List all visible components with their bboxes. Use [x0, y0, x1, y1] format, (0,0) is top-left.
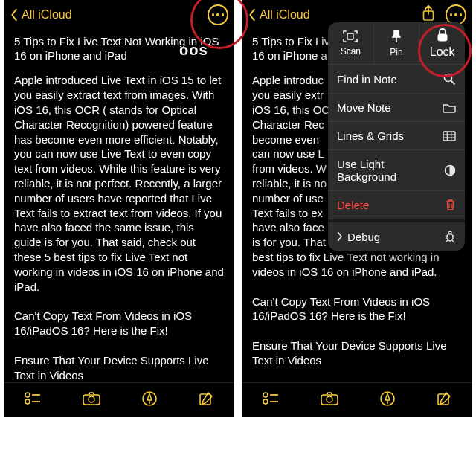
note-paragraph: Apple introduced Live Text in iOS 15 to … — [14, 73, 224, 294]
trash-icon — [445, 199, 456, 211]
bottom-toolbar — [242, 382, 472, 416]
lock-action[interactable]: Lock — [419, 22, 465, 64]
note-actions-menu: Scan Pin Lock Find in Note Move Note — [328, 22, 465, 251]
chevron-right-icon — [337, 232, 343, 241]
screenshot-right: All iCloud 5 Tips to Fix Live Text Not W… — [242, 0, 472, 416]
menu-debug[interactable]: Debug — [328, 219, 465, 251]
half-circle-icon — [444, 164, 456, 176]
pin-icon — [390, 29, 402, 44]
compose-icon[interactable] — [198, 390, 214, 410]
checklist-icon[interactable] — [262, 391, 280, 409]
svg-line-14 — [451, 81, 455, 85]
markup-icon[interactable] — [379, 390, 396, 410]
svg-point-24 — [448, 231, 451, 234]
note-paragraph: Can't Copy Text From Videos in iOS 16/iP… — [14, 309, 224, 338]
scan-action[interactable]: Scan — [328, 22, 373, 64]
menu-delete[interactable]: Delete — [328, 191, 465, 219]
menu-item-label: Delete — [337, 199, 445, 211]
svg-rect-10 — [347, 33, 353, 39]
bottom-toolbar — [4, 382, 234, 416]
scan-icon — [342, 30, 358, 43]
menu-item-label: Use Light Background — [337, 158, 444, 183]
camera-icon[interactable] — [320, 391, 339, 409]
svg-point-5 — [89, 396, 94, 402]
chevron-left-icon — [248, 8, 257, 22]
artifact-text: oos — [179, 42, 208, 59]
markup-icon[interactable] — [141, 390, 158, 410]
svg-rect-15 — [443, 132, 455, 141]
svg-point-30 — [327, 396, 332, 402]
back-button[interactable]: All iCloud — [10, 8, 72, 22]
svg-point-0 — [25, 393, 30, 397]
lock-label: Lock — [430, 45, 455, 59]
menu-find-in-note[interactable]: Find in Note — [328, 65, 465, 94]
svg-point-25 — [263, 393, 268, 397]
menu-item-label: Lines & Grids — [337, 129, 443, 142]
pin-action[interactable]: Pin — [373, 22, 419, 64]
scan-label: Scan — [341, 46, 361, 57]
menu-lines-grids[interactable]: Lines & Grids — [328, 122, 465, 150]
note-paragraph: Ensure That Your Device Supports Live Te… — [14, 353, 224, 383]
screenshot-left: All iCloud oos 5 Tips to Fix Live Text N… — [4, 0, 234, 416]
chevron-left-icon — [10, 8, 19, 22]
menu-item-label: Find in Note — [337, 73, 443, 86]
camera-icon[interactable] — [82, 391, 101, 409]
note-paragraph: Ensure That Your Device Supports Live Te… — [252, 338, 462, 368]
menu-move-note[interactable]: Move Note — [328, 94, 465, 122]
ellipsis-icon — [212, 13, 225, 16]
folder-icon — [443, 103, 456, 113]
svg-point-2 — [25, 399, 30, 404]
note-body[interactable]: 5 Tips to Fix Live Text Not Working in i… — [4, 30, 234, 416]
checklist-icon[interactable] — [24, 391, 42, 409]
back-label: All iCloud — [260, 8, 310, 22]
lock-icon — [436, 28, 449, 42]
pin-label: Pin — [390, 47, 402, 57]
more-button[interactable] — [208, 4, 228, 25]
note-paragraph: Can't Copy Text From Videos in iOS 16/iP… — [252, 295, 462, 324]
back-button[interactable]: All iCloud — [248, 8, 310, 22]
bug-icon — [444, 230, 456, 243]
search-icon — [443, 72, 456, 86]
back-label: All iCloud — [22, 8, 72, 22]
grid-icon — [443, 131, 456, 141]
nav-bar: All iCloud — [4, 0, 234, 30]
menu-item-label: Debug — [347, 231, 444, 243]
svg-point-27 — [263, 399, 268, 404]
compose-icon[interactable] — [436, 390, 452, 410]
menu-light-background[interactable]: Use Light Background — [328, 150, 465, 191]
svg-rect-12 — [438, 34, 447, 41]
ellipsis-icon — [450, 13, 463, 16]
menu-item-label: Move Note — [337, 101, 443, 114]
